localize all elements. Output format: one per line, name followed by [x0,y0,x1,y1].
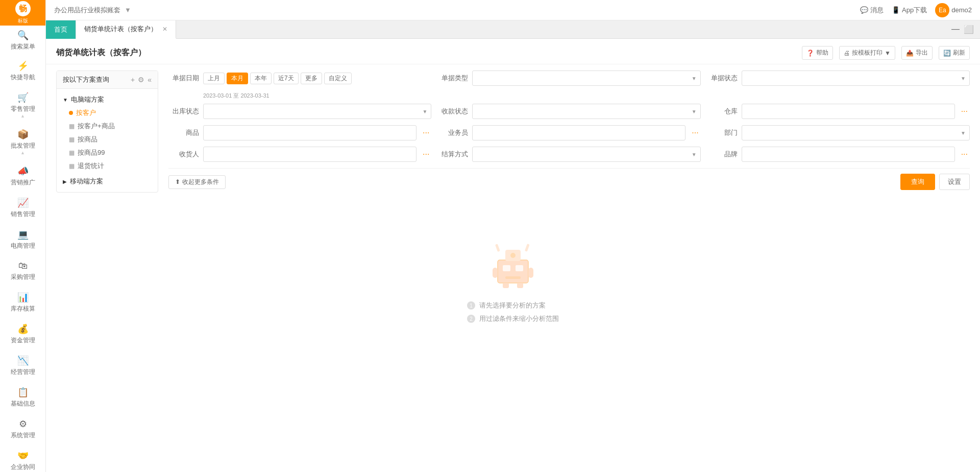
collapse-button[interactable]: ⬆ 收起更多条件 [168,175,226,189]
svg-rect-7 [517,283,523,288]
department-label: 部门 [707,128,738,137]
tree-item-by-customer[interactable]: 按客户 [57,106,158,120]
tab-home-label: 首页 [54,25,67,34]
sidebar-item-quick-nav[interactable]: ⚡ 快捷导航 [0,55,46,87]
sidebar-item-purchase[interactable]: 🛍 采购管理 [0,255,46,287]
empty-tip-1: 1 请先选择要分析的方案 [467,301,559,310]
settings-button[interactable]: 设置 [939,174,970,190]
settlement-select[interactable] [472,147,700,162]
tab-sales-stat[interactable]: 销货单统计表（按客户） ✕ [76,20,176,39]
empty-tips: 1 请先选择要分析的方案 2 用过滤条件来缩小分析范围 [467,301,559,323]
refresh-button[interactable]: 🔄 刷新 [939,46,970,60]
collapse-icon: ⬆ [175,178,180,185]
pay-status-select-wrapper: ▼ [472,104,700,119]
tree-item-by-customer-goods[interactable]: ▦ 按客户+商品 [57,120,158,133]
brand-input[interactable] [742,147,955,162]
sidebar-item-basic[interactable]: 📋 基础信息 [0,382,46,413]
date-filter: 上月 本月 本年 近7天 更多 自定义 [203,73,431,84]
empty-tip-2: 2 用过滤条件来缩小分析范围 [467,314,559,323]
app-download-button[interactable]: 📱 App下载 [892,6,927,15]
order-status-select[interactable] [742,70,970,86]
brand-label: 品牌 [707,150,738,159]
tab-home[interactable]: 首页 [46,20,76,39]
tree-expand-icon[interactable]: ▼ [63,97,68,103]
sidebar-item-operations[interactable]: 📉 经营管理 [0,350,46,382]
warehouse-field: 仓库 ··· [707,104,970,119]
date-more[interactable]: 更多 [301,73,322,84]
scheme-tree: ▼ 电脑端方案 按客户 ▦ 按客户+商品 ▦ [57,89,158,192]
sidebar-item-enterprise[interactable]: 🤝 企业协同 [0,445,46,472]
sidebar-item-marketing[interactable]: 📣 营销推广 [0,160,46,192]
enterprise-icon: 🤝 [17,450,29,461]
salesperson-more-icon[interactable]: ··· [690,128,700,137]
receiver-more-icon[interactable]: ··· [421,150,431,159]
date-this-year[interactable]: 本年 [250,73,272,84]
tree-mobile-expand-icon[interactable]: ▶ [63,179,67,184]
date-last-month[interactable]: 上月 [203,73,225,84]
date-this-month[interactable]: 本月 [227,73,248,84]
wholesale-arrow: ▲ [20,150,25,155]
goods-more-icon[interactable]: ··· [421,128,431,137]
sidebar-quick-nav-label: 快捷导航 [11,73,35,82]
scheme-panel-title: 按以下方案查询 [63,75,109,84]
out-status-select[interactable] [203,104,431,119]
sidebar-inventory-label: 库存核算 [11,304,35,313]
topbar-right: 💬 消息 📱 App下载 Ea demo2 [860,3,972,17]
sidebar-item-search[interactable]: 🔍 搜索菜单 [0,26,46,55]
out-status-field: 出库状态 ▼ [168,104,431,119]
brand-more-icon[interactable]: ··· [959,150,970,159]
goods-input[interactable] [203,125,416,140]
minimize-button[interactable]: — [951,25,960,34]
print-button[interactable]: 🖨 按模板打印 ▼ [839,46,895,60]
scheme-collapse-button[interactable]: « [148,76,152,84]
tree-item-by-goods[interactable]: ▦ 按商品 [57,133,158,146]
date-custom[interactable]: 自定义 [324,73,352,84]
user-avatar: Ea [935,3,949,17]
order-status-label: 单据状态 [707,74,738,83]
sidebar-item-retail[interactable]: 🛒 零售管理 ▲ [0,87,46,124]
warehouse-label: 仓库 [707,107,738,116]
scheme-icon-2: ▦ [69,136,75,143]
sidebar-item-inventory[interactable]: 📊 库存核算 [0,287,46,318]
tree-item-by-goods99[interactable]: ▦ 按商品99 [57,146,158,159]
sidebar-operations-label: 经营管理 [11,368,35,376]
svg-rect-6 [503,283,509,288]
date-last-7days[interactable]: 近7天 [274,73,299,84]
query-button[interactable]: 查询 [900,174,935,190]
message-button[interactable]: 💬 消息 [860,6,884,15]
page-content: 销货单统计表（按客户） ❓ 帮助 🖨 按模板打印 ▼ 📤 导出 🔄 刷新 [46,39,980,472]
scheme-settings-button[interactable]: ⚙ [138,76,144,84]
sidebar-item-finance[interactable]: 💰 资金管理 [0,318,46,350]
sidebar-retail-label: 零售管理 [11,105,35,113]
scheme-add-button[interactable]: + [131,76,135,84]
basic-icon: 📋 [17,387,29,398]
receiver-input[interactable] [203,147,416,162]
export-button[interactable]: 📤 导出 [901,46,933,60]
sidebar-item-wholesale[interactable]: 📦 批发管理 ▲ [0,124,46,160]
svg-rect-1 [503,265,510,271]
sidebar: 畅 标版 🔍 搜索菜单 ⚡ 快捷导航 🛒 零售管理 ▲ 📦 批发管理 ▲ 📣 营… [0,0,46,472]
inventory-icon: 📊 [17,292,29,303]
export-icon: 📤 [906,50,914,57]
dropdown-arrow-icon[interactable]: ▼ [125,6,131,14]
warehouse-more-icon[interactable]: ··· [959,107,970,116]
help-button[interactable]: ❓ 帮助 [802,46,833,60]
order-type-select[interactable] [472,70,700,86]
empty-svg [482,240,544,291]
page-title: 销货单统计表（按客户） [56,48,146,58]
department-select[interactable] [742,125,970,140]
warehouse-input[interactable] [742,104,955,119]
pay-status-select[interactable] [472,104,700,119]
svg-rect-0 [498,260,528,283]
sidebar-item-system[interactable]: ⚙ 系统管理 [0,413,46,445]
pay-status-label: 收款状态 [437,107,468,116]
filter-layout: 按以下方案查询 + ⚙ « ▼ 电脑端方案 [56,70,970,193]
tree-item-return-stat[interactable]: ▦ 退货统计 [57,159,158,173]
sidebar-item-ecommerce[interactable]: 💻 电商管理 [0,224,46,255]
salesperson-input[interactable] [472,125,685,140]
receiver-label: 收货人 [168,150,199,159]
maximize-button[interactable]: ⬜ [964,25,974,34]
user-profile[interactable]: Ea demo2 [935,3,972,17]
sidebar-item-sales[interactable]: 📈 销售管理 [0,192,46,224]
tab-close-button[interactable]: ✕ [162,26,167,33]
